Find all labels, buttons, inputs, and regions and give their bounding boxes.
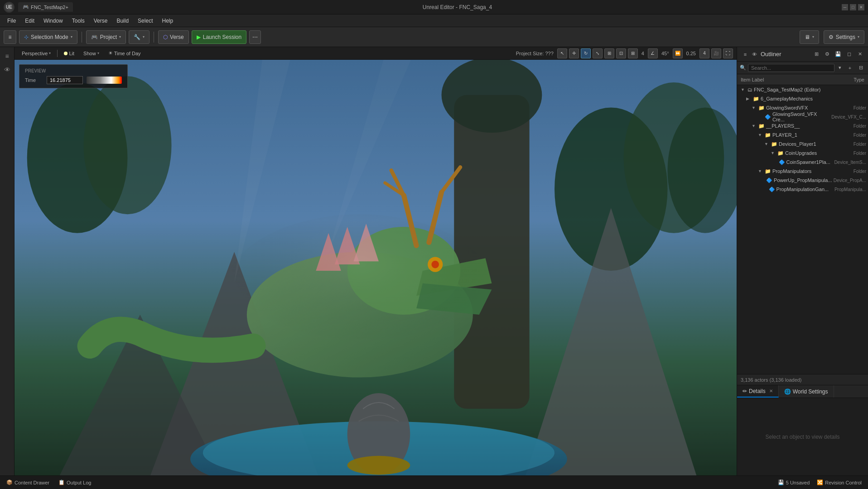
tree-item-players[interactable]: ▼ 📁 __PLAYERS__ Folder [737, 121, 868, 130]
details-close-button[interactable]: ✕ [769, 388, 773, 393]
revision-control-button[interactable]: 🔀 Revision Control [814, 479, 864, 485]
tree-arrow-devices-p1[interactable]: ▼ [764, 142, 770, 146]
outliner-add-button[interactable]: + [845, 63, 854, 72]
transform-tool-button[interactable]: ⊞ [604, 48, 614, 58]
content-drawer-button[interactable]: 📦 Content Drawer [4, 479, 52, 485]
minimize-button[interactable]: ─ [842, 4, 848, 10]
rotate-tool-button[interactable]: ↻ [581, 48, 591, 58]
preview-gradient[interactable] [87, 77, 122, 84]
selection-mode-button[interactable]: ⊹ Selection Mode ▾ [19, 30, 77, 44]
outliner-close-button[interactable]: ✕ [855, 50, 864, 59]
perspective-button[interactable]: Perspective ▾ [18, 50, 54, 57]
tree-type-propmanip: Folder [825, 169, 866, 174]
menu-edit[interactable]: Edit [21, 16, 38, 25]
grid-4-button[interactable]: 4 [699, 48, 709, 58]
menu-build[interactable]: Build [113, 16, 132, 25]
tree-icon-root: 🗂 [747, 87, 752, 92]
tree-arrow-gameplay[interactable]: ▶ [746, 96, 752, 101]
search-options-button[interactable]: ▾ [836, 63, 844, 72]
tree-item-coinupgrades[interactable]: ▼ 📁 CoinUpgrades Folder [737, 149, 868, 158]
tree-item-glowvfx[interactable]: ▼ 📁 GlowingSwordVFX Folder [737, 103, 868, 112]
outliner-search-input[interactable] [748, 64, 834, 72]
menu-select[interactable]: Select [134, 16, 156, 25]
show-button[interactable]: Show ▾ [80, 50, 103, 57]
viewport-scene[interactable]: PREVIEW Time [14, 60, 737, 475]
platforms-arrow: ▾ [812, 35, 814, 39]
project-button[interactable]: 🎮 Project ▾ [86, 30, 126, 44]
menu-file[interactable]: File [4, 16, 19, 25]
select-tool-button[interactable]: ↖ [557, 48, 567, 58]
details-tab-label: Details [749, 388, 766, 394]
sidebar-eye[interactable]: 👁 [1, 63, 14, 76]
viewport-container[interactable]: Perspective ▾ Lit Show ▾ ☀ Time of Day P… [14, 47, 737, 475]
tree-item-gameplay[interactable]: ▶ 📁 6_GameplayMechanics [737, 94, 868, 103]
status-right: 💾 5 Unsaved 🔀 Revision Control [775, 479, 864, 485]
perspective-label: Perspective [22, 51, 48, 56]
verse-button[interactable]: ⬡ Verse [158, 30, 189, 44]
translate-tool-button[interactable]: ✛ [569, 48, 579, 58]
outliner-header-icons: ⊞ ⚙ 💾 ◻ ✕ [812, 50, 864, 59]
settings-button[interactable]: ⚙ Settings ▾ [824, 30, 864, 44]
tree-item-coinspawner[interactable]: 🔷 CoinSpawner1Pla... Device_ItemS... [737, 158, 868, 167]
project-tab[interactable]: 🎮 FNC_TestMap2+ [18, 2, 73, 12]
tree-arrow-propmanip[interactable]: ▼ [758, 169, 763, 173]
maximize-button[interactable]: □ [850, 4, 856, 10]
output-log-button[interactable]: 📋 Output Log [56, 479, 94, 485]
platforms-icon: 🖥 [805, 34, 810, 40]
menu-help[interactable]: Help [158, 16, 177, 25]
details-header: ✏ Details ✕ 🌐 World Settings [737, 385, 868, 398]
tree-arrow-player1[interactable]: ▼ [758, 133, 763, 137]
outliner-settings-button[interactable]: ⚙ [823, 50, 832, 59]
time-of-day-button[interactable]: ☀ Time of Day [105, 49, 145, 57]
outliner-collapse-all-button[interactable]: ⊟ [856, 63, 865, 72]
grid-button[interactable]: ⊞ [628, 48, 638, 58]
tree-item-player1[interactable]: ▼ 📁 PLAYER_1 Folder [737, 130, 868, 139]
main-toolbar: ≡ ⊹ Selection Mode ▾ 🎮 Project ▾ 🔧 ▾ ⬡ V… [0, 27, 868, 47]
hamburger-menu-button[interactable]: ≡ [4, 30, 16, 44]
outliner-eye-button[interactable]: 👁 [750, 50, 759, 59]
platforms-button[interactable]: 🖥 ▾ [800, 30, 819, 44]
preview-time-input[interactable] [47, 76, 83, 84]
menu-window[interactable]: Window [40, 16, 67, 25]
window-controls: ─ □ ✕ [842, 4, 864, 10]
scale-tool-button[interactable]: ⤡ [593, 48, 603, 58]
surface-snapping-button[interactable]: ⊡ [616, 48, 626, 58]
outliner-collapse-button[interactable]: ◻ [844, 50, 854, 59]
tree-arrow-players[interactable]: ▼ [752, 124, 757, 128]
speed-button[interactable]: ⏩ [673, 48, 683, 58]
details-tab[interactable]: ✏ Details ✕ [737, 385, 779, 398]
lit-button[interactable]: Lit [60, 50, 78, 57]
toolbar-sep-1 [82, 32, 82, 43]
outliner-filter-button[interactable]: ⊞ [812, 50, 821, 59]
world-settings-tab[interactable]: 🌐 World Settings [779, 385, 834, 398]
tools-button[interactable]: 🔧 ▾ [129, 30, 149, 44]
maximize-viewport-button[interactable]: ⛶ [723, 48, 733, 58]
tree-arrow-root[interactable]: ▼ [741, 87, 746, 92]
tree-item-propmanipulators[interactable]: ▼ 📁 PropManipulators Folder [737, 167, 868, 176]
tree-item-devices-player1[interactable]: ▼ 📁 Devices_Player1 Folder [737, 139, 868, 149]
preview-label: PREVIEW [25, 68, 122, 73]
close-button[interactable]: ✕ [858, 4, 864, 10]
outliner-tree[interactable]: ▼ 🗂 FNC_Saga_TestMap2 (Editor) ▶ 📁 6_Gam… [737, 85, 868, 374]
tree-item-powerup[interactable]: 🔷 PowerUp_PropManipula... Device_PropA..… [737, 176, 868, 185]
launch-session-button[interactable]: ▶ Launch Session [192, 30, 246, 44]
tab-label: FNC_TestMap2+ [31, 5, 68, 10]
tree-icon-coinupgrades: 📁 [777, 150, 784, 156]
tree-item-propmanipgame[interactable]: 🔷 PropManipulationGan... PropManipula... [737, 185, 868, 194]
outliner-menu-button[interactable]: ≡ [741, 50, 750, 59]
tree-icon-gameplay: 📁 [753, 96, 759, 102]
sidebar-toggle[interactable]: ≡ [1, 50, 14, 62]
tree-arrow-coinupgrades[interactable]: ▼ [771, 151, 776, 155]
menu-verse[interactable]: Verse [90, 16, 111, 25]
more-options-button[interactable]: ⋯ [249, 30, 261, 44]
angle-button[interactable]: ∠ [648, 48, 658, 58]
tree-arrow-glowvfx[interactable]: ▼ [752, 105, 757, 110]
menu-tools[interactable]: Tools [68, 16, 88, 25]
tree-item-root[interactable]: ▼ 🗂 FNC_Saga_TestMap2 (Editor) [737, 85, 868, 94]
outliner-save-button[interactable]: 💾 [834, 50, 843, 59]
lit-label: Lit [69, 51, 74, 56]
tree-item-glowvfx-cre[interactable]: 🔷 GlowingSword_VFX Cre... Device_VFX_C..… [737, 112, 868, 121]
unsaved-indicator[interactable]: 💾 5 Unsaved [775, 479, 813, 485]
revision-control-label: Revision Control [825, 480, 862, 485]
camera-settings-button[interactable]: 🎥 [711, 48, 721, 58]
